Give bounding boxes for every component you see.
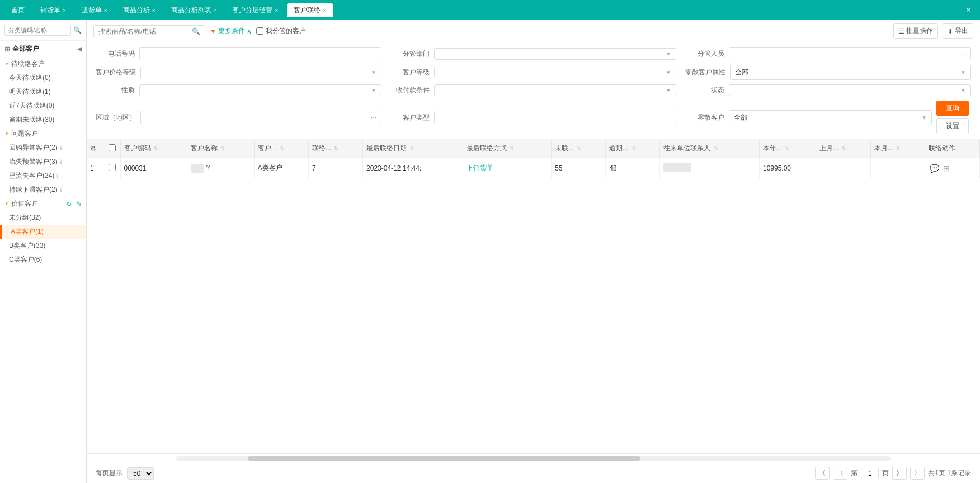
close-all-tabs-icon[interactable]: ×: [962, 5, 976, 15]
sidebar-search-input[interactable]: [4, 25, 71, 36]
sidebar-group-value: ▼ 价值客户 ↻ ✎: [0, 197, 86, 211]
row-code: 000031: [120, 158, 187, 178]
tab-purchase-order[interactable]: 进货单 ×: [75, 3, 114, 17]
filter-label-scatter: 零散客户: [685, 113, 724, 122]
sidebar-item-a-class[interactable]: A类客户(1): [0, 225, 86, 239]
filter-row-price-level: 客户价格等级 ▼: [96, 65, 381, 80]
tab-customer-tier[interactable]: 客户分层经营 ×: [225, 3, 285, 17]
batch-op-button[interactable]: ☰ 批量操作: [893, 23, 938, 39]
col-unit-contact[interactable]: 往来单位联系人 ⇅: [660, 139, 760, 158]
col-last-month[interactable]: 上月... ⇅: [816, 139, 870, 158]
filter-select-region[interactable]: ···: [140, 111, 381, 124]
col-contact[interactable]: 联络... ⇅: [308, 139, 362, 158]
filter-select-status[interactable]: ▼: [729, 84, 971, 96]
col-this-year[interactable]: 本年... ⇅: [759, 139, 816, 158]
tab-purchase-close-icon[interactable]: ×: [104, 7, 107, 13]
info-icon-churn-warning: ℹ: [60, 159, 62, 165]
select-all-checkbox[interactable]: [109, 144, 116, 151]
col-code[interactable]: 客户编码 ⇅: [120, 139, 187, 158]
col-last-date[interactable]: 最后联络日期 ⇅: [363, 139, 463, 158]
filter-input-phone[interactable]: [139, 47, 381, 60]
row-action-chat-icon[interactable]: 💬: [930, 164, 939, 173]
page-size-select[interactable]: 50: [127, 467, 154, 480]
my-customers-filter[interactable]: 我分管的客户: [256, 26, 306, 36]
filter-select-scatter-attr[interactable]: 全部 ▼: [730, 65, 971, 80]
tab-customer-contact-close-icon[interactable]: ×: [323, 7, 326, 13]
sidebar-search-icon[interactable]: 🔍: [73, 26, 82, 34]
sidebar-item-churn-warning[interactable]: 流失预警客户(3) ℹ: [0, 155, 86, 169]
filter-select-price-level[interactable]: ▼: [140, 67, 381, 78]
tab-sales-close-icon[interactable]: ×: [63, 7, 66, 13]
name-avatar: [191, 164, 204, 173]
row-last-way-link[interactable]: 下销货单: [467, 164, 493, 172]
nav-home[interactable]: 首页: [4, 3, 31, 17]
my-customers-checkbox[interactable]: [256, 27, 263, 35]
prev-page-button[interactable]: 〈: [833, 467, 847, 480]
tab-product-analysis-list[interactable]: 商品分析列表 ×: [164, 3, 224, 17]
col-last-date-sort-icon: ⇅: [409, 146, 414, 151]
export-button[interactable]: ⬇ 导出: [943, 23, 973, 39]
filter-search-icon[interactable]: 🔍: [192, 27, 200, 35]
sidebar-item-ungroup[interactable]: 未分组(32): [0, 211, 86, 225]
col-this-month[interactable]: 本月... ⇅: [870, 139, 925, 158]
tab-product-analysis[interactable]: 商品分析 ×: [116, 3, 162, 17]
filter-row-phone: 电话号码: [96, 47, 381, 60]
sidebar-search-area: 🔍: [0, 20, 86, 41]
tab-customer-contact-label: 客户联络: [294, 6, 321, 15]
sidebar-item-today[interactable]: 今天待联络(0): [0, 71, 86, 85]
filter-select-scatter[interactable]: 全部 ▼: [729, 110, 932, 125]
tab-product-analysis-close-icon[interactable]: ×: [152, 7, 156, 13]
col-settings[interactable]: ⚙: [87, 139, 105, 158]
tab-sales-order-label: 销货单: [40, 6, 60, 15]
col-name[interactable]: 客户名称 ⇅: [187, 139, 255, 158]
filter-select-customer-level[interactable]: ▼: [434, 67, 676, 78]
sidebar-item-7days[interactable]: 近7天待联络(0): [0, 99, 86, 113]
filter-input-customer-type[interactable]: [434, 111, 676, 124]
value-refresh-icon[interactable]: ↻: [66, 200, 72, 208]
next-page-button[interactable]: 》: [892, 467, 907, 480]
filter-more-conditions[interactable]: ▼ 更多条件 ∧: [210, 26, 252, 36]
col-type[interactable]: 客户... ⇅: [254, 139, 308, 158]
filter-actions: ☰ 批量操作 ⬇ 导出: [893, 23, 973, 39]
filter-label-person: 分管人员: [685, 49, 724, 59]
tab-customer-tier-close-icon[interactable]: ×: [275, 7, 278, 13]
last-page-button[interactable]: 〉: [910, 467, 925, 480]
row-select-checkbox[interactable]: [109, 164, 116, 171]
tab-product-analysis-list-close-icon[interactable]: ×: [214, 7, 217, 13]
filter-select-dept[interactable]: ▼: [434, 48, 676, 60]
tab-customer-contact[interactable]: 客户联络 ×: [287, 3, 333, 17]
page-input[interactable]: [861, 468, 879, 479]
filter-select-nature[interactable]: ▼: [139, 84, 381, 96]
sidebar-item-repurchase[interactable]: 回购异常客户(2) ℹ: [0, 141, 86, 155]
all-customers-label: 全部客户: [12, 44, 39, 54]
sidebar-item-overdue[interactable]: 逾期未联络(30): [0, 113, 86, 127]
filter-select-payment[interactable]: ▼: [434, 84, 676, 96]
value-edit-icon[interactable]: ✎: [76, 200, 82, 208]
col-overdue-label: 逾期...: [609, 144, 628, 152]
sidebar-item-tomorrow[interactable]: 明天待联络(1): [0, 85, 86, 99]
sidebar-item-c-class[interactable]: C类客户(6): [0, 253, 86, 267]
sidebar-item-churned[interactable]: 已流失客户(24) ℹ: [0, 169, 86, 183]
sidebar-all-customers[interactable]: ⊞ 全部客户 ◀: [0, 41, 86, 57]
main-layout: 🔍 ⊞ 全部客户 ◀ ▼ 待联络客户 今天待联络(0) 明天待联络(1) 近7天…: [0, 20, 980, 483]
col-last-way[interactable]: 最后联络方式 ⇅: [463, 139, 551, 158]
sidebar-item-declining[interactable]: 持续下滑客户(2) ℹ: [0, 183, 86, 197]
filter-row-scatter-attr: 零散客户属性 全部 ▼: [685, 65, 971, 80]
query-button[interactable]: 查询: [936, 101, 969, 116]
sidebar-item-b-class[interactable]: B类客户(33): [0, 239, 86, 253]
filter-select-price-caret: ▼: [371, 69, 376, 75]
col-no-contact[interactable]: 未联... ⇅: [552, 139, 606, 158]
filter-search-input[interactable]: [98, 27, 190, 35]
scroll-thumb[interactable]: [248, 456, 640, 461]
col-overdue[interactable]: 逾期... ⇅: [606, 139, 660, 158]
filter-select-person[interactable]: ···: [729, 47, 971, 60]
filter-row-payment: 收付款条件 ▼: [390, 84, 676, 96]
row-action-grid-icon[interactable]: ⊞: [943, 164, 950, 173]
sidebar-collapse-icon[interactable]: ◀: [77, 46, 82, 52]
tab-sales-order[interactable]: 销货单 ×: [34, 3, 73, 17]
first-page-button[interactable]: 《: [815, 467, 830, 480]
settings-button[interactable]: 设置: [936, 118, 969, 134]
scroll-track: [176, 456, 891, 461]
settings-icon[interactable]: ⚙: [90, 145, 96, 153]
row-name: ?: [187, 158, 255, 178]
